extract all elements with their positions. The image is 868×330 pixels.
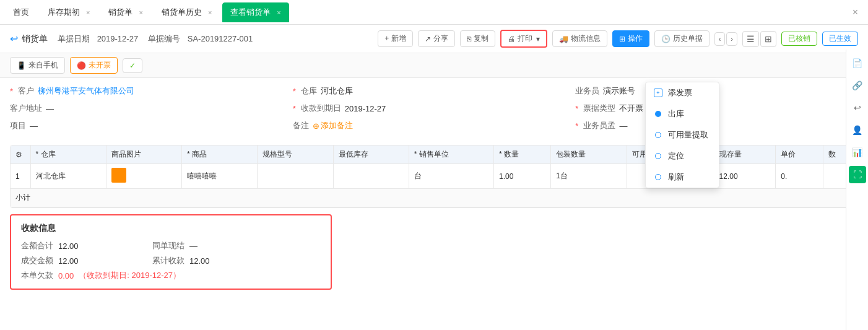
col-warehouse: * 仓库 xyxy=(30,145,106,164)
history-icon: 🕒 xyxy=(661,35,671,43)
ticket-icon: 🔴 xyxy=(77,61,86,70)
doc-title-section: ↩ 销货单 xyxy=(10,33,48,45)
table-row: 1 河北仓库 嘻嘻嘻嘻 台 1.00 1台 12.00 0. xyxy=(11,164,857,189)
col-qty: * 数量 xyxy=(494,145,551,164)
from-mobile-button[interactable]: 📱 来自手机 xyxy=(10,57,65,74)
data-table: ⚙ * 仓库 商品图片 * 商品 规格型号 最低库存 * 销售单位 * 数量 包… xyxy=(11,145,857,207)
add-invoice-label: 添发票 xyxy=(668,87,692,98)
dropdown-refresh[interactable]: 刷新 xyxy=(646,167,719,188)
same-settlement-label: 同单现结 xyxy=(152,240,184,251)
doc-icon: ↩ xyxy=(10,33,18,45)
sidebar-doc-icon[interactable]: 📄 xyxy=(849,54,866,72)
locate-label: 定位 xyxy=(668,150,684,162)
tab-sales[interactable]: 销货单 × xyxy=(100,2,150,22)
due-date-field: * 收款到期日 2019-12-27 xyxy=(293,103,576,114)
new-button[interactable]: + 新增 xyxy=(378,30,412,47)
staff2-value: — xyxy=(619,121,627,131)
col-min-stock: 最低库存 xyxy=(333,145,409,164)
form-row-1: * 客户 柳州粤港平安气体有限公司 * 仓库 河北仓库 业务员 演示账号 xyxy=(10,85,858,97)
tab-sales-history[interactable]: 销货单历史 × xyxy=(154,2,220,22)
sidebar-expand-icon[interactable]: ⛶ xyxy=(849,166,866,183)
list-view-button[interactable]: ☰ xyxy=(742,31,759,47)
dropdown-add-invoice[interactable]: + 添发票 xyxy=(646,82,719,103)
available-qty-icon xyxy=(655,132,661,138)
address-value: — xyxy=(46,104,54,113)
refresh-label: 刷新 xyxy=(668,172,684,183)
add-note-button[interactable]: ⊕ 添加备注 xyxy=(313,120,353,131)
cell-min-stock xyxy=(333,164,409,189)
plus-icon: ⊕ xyxy=(313,121,319,131)
operate-button[interactable]: ⊞ 操作 xyxy=(612,30,649,47)
cell-qty: 1.00 xyxy=(494,164,551,189)
col-image: 商品图片 xyxy=(106,145,181,164)
doc-actions: + 新增 ↗ 分享 ⎘ 复制 🖨 打印 ▾ 🚚 xyxy=(378,30,858,48)
same-settlement-item: 同单现结 — xyxy=(152,240,264,251)
tab-sales-close[interactable]: × xyxy=(139,9,142,16)
bottom-section: 收款信息 金额合计 12.00 同单现结 — xyxy=(10,214,858,290)
tab-view-sales[interactable]: 查看销货单 × xyxy=(222,2,289,22)
doc-date-value: 2019-12-27 xyxy=(97,34,139,43)
sub-toolbar: 📱 来自手机 🔴 未开票 ✓ xyxy=(0,53,868,78)
prev-button[interactable]: ‹ xyxy=(714,32,726,46)
tab-home-label: 首页 xyxy=(13,7,29,18)
print-dropdown-arrow: ▾ xyxy=(536,35,540,43)
sidebar-user-icon[interactable]: 👤 xyxy=(849,121,866,139)
effective-badge[interactable]: 已生效 xyxy=(822,32,858,46)
cell-spec xyxy=(258,164,333,189)
payment-rows: 金额合计 12.00 同单现结 — 成交金额 12.00 xyxy=(21,240,321,281)
customer-value[interactable]: 柳州粤港平安气体有限公司 xyxy=(38,85,134,97)
due-date-value: 2019-12-27 xyxy=(345,104,386,113)
view-toggle: ☰ ⊞ xyxy=(742,31,776,47)
copy-icon: ⎘ xyxy=(467,35,471,43)
tab-inventory[interactable]: 库存期初 × xyxy=(40,2,98,22)
due-date-note: （收款到期日: 2019-12-27） xyxy=(79,270,181,281)
logistics-button[interactable]: 🚚 物流信息 xyxy=(552,30,607,47)
sidebar-chart-icon[interactable]: 📊 xyxy=(849,144,866,161)
share-button[interactable]: ↗ 分享 xyxy=(418,30,455,47)
tab-inventory-close[interactable]: × xyxy=(86,9,90,16)
tab-view-sales-close[interactable]: × xyxy=(277,9,280,16)
sold-badge[interactable]: 已核销 xyxy=(781,32,817,46)
sidebar-back-icon[interactable]: ↩ xyxy=(849,99,866,116)
form-row-2: 客户地址 — * 收款到期日 2019-12-27 * 票据类型 不开票 xyxy=(10,103,858,114)
product-image xyxy=(111,168,126,183)
col-unit: * 销售单位 xyxy=(409,145,493,164)
current-due-value: 0.00 xyxy=(58,271,74,280)
print-icon: 🖨 xyxy=(508,35,515,43)
copy-button[interactable]: ⎘ 复制 xyxy=(460,30,495,47)
warehouse-field: * 仓库 河北仓库 xyxy=(293,85,576,97)
not-open-button[interactable]: 🔴 未开票 xyxy=(70,57,118,74)
col-gear: ⚙ xyxy=(11,145,30,164)
subtotal-row: 小计 xyxy=(11,189,857,207)
tab-inventory-label: 库存期初 xyxy=(48,7,80,18)
cell-product: 嘻嘻嘻嘻 xyxy=(182,164,258,189)
dropdown-locate[interactable]: 定位 xyxy=(646,145,719,167)
grid-view-button[interactable]: ⊞ xyxy=(760,31,776,47)
payment-row-1: 金额合计 12.00 同单现结 — xyxy=(21,240,321,251)
dropdown-outbound[interactable]: 出库 xyxy=(646,103,719,124)
total-amount-item: 金额合计 12.00 xyxy=(21,240,132,251)
project-field: 项目 — xyxy=(10,120,293,131)
share-icon: ↗ xyxy=(425,35,431,43)
available-qty-label: 可用量提取 xyxy=(668,129,708,141)
history-button[interactable]: 🕒 历史单据 xyxy=(654,30,710,47)
transaction-amount-value: 12.00 xyxy=(58,256,79,266)
outbound-label: 出库 xyxy=(668,108,684,119)
sidebar-link-icon[interactable]: 🔗 xyxy=(849,77,866,94)
window-close[interactable]: × xyxy=(848,7,863,18)
dropdown-available-qty[interactable]: 可用量提取 xyxy=(646,124,719,145)
project-value: — xyxy=(30,121,38,131)
add-invoice-icon: + xyxy=(654,89,662,97)
next-button[interactable]: › xyxy=(726,32,737,46)
print-button[interactable]: 🖨 打印 ▾ xyxy=(500,30,547,48)
confirm-button[interactable]: ✓ xyxy=(123,58,142,73)
tab-sales-history-close[interactable]: × xyxy=(208,9,212,16)
transaction-amount-label: 成交金额 xyxy=(21,255,53,266)
ticket-type-value: 不开票 xyxy=(619,103,643,114)
tab-view-sales-label: 查看销货单 xyxy=(230,7,271,18)
tab-sales-label: 销货单 xyxy=(108,7,132,18)
tab-sales-history-label: 销货单历史 xyxy=(162,7,202,18)
doc-date-label: 单据日期 2019-12-27 xyxy=(58,33,138,45)
tab-home[interactable]: 首页 xyxy=(5,2,37,22)
doc-title-text: 销货单 xyxy=(22,33,48,45)
